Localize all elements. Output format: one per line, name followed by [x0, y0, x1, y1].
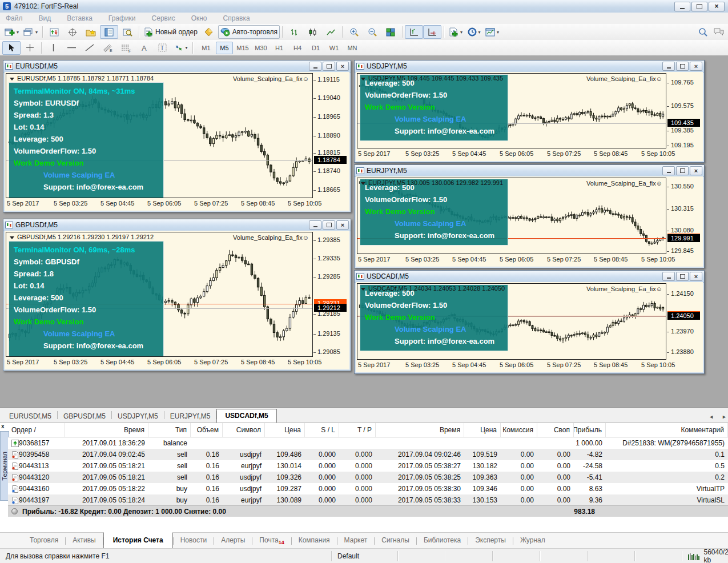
chart-maximize-button[interactable]	[676, 166, 689, 175]
menu-item-5[interactable]: Окно	[191, 14, 207, 22]
arrows-tool-button[interactable]: ▾	[172, 41, 190, 55]
ohlc-dropdown-icon[interactable]	[361, 182, 365, 185]
column-header-7[interactable]: T / P	[339, 423, 376, 437]
timeframe-button-w1[interactable]: W1	[325, 42, 343, 54]
chart-maximize-button[interactable]	[323, 62, 335, 71]
column-header-1[interactable]: Время	[65, 423, 148, 437]
terminal-tab-0[interactable]: Торговля	[23, 533, 65, 548]
history-row[interactable]: 904431972017.09.05 05:18:24buy0.16eurjpy…	[8, 494, 728, 506]
chart-window-titlebar[interactable]: EURUSDf,M5×	[3, 61, 351, 73]
autotrade-button[interactable]: Авто-торговля	[218, 25, 280, 39]
chart-maximize-button[interactable]	[323, 220, 335, 230]
terminal-tab-4[interactable]: Алерты	[214, 533, 252, 548]
chart-minimize-button[interactable]	[309, 62, 321, 71]
chart-tab-eurusdf-m5[interactable]: EURUSDf,M5	[3, 410, 57, 423]
chart-tab-usdjpyf-m5[interactable]: USDJPYf,M5	[112, 410, 164, 423]
column-header-13[interactable]: Комментарий	[606, 423, 728, 437]
chart-minimize-button[interactable]	[662, 166, 675, 175]
terminal-tab-2[interactable]: История Счета	[103, 532, 173, 549]
column-header-2[interactable]: Тип	[148, 423, 191, 437]
chart-shift-button[interactable]	[405, 25, 423, 39]
ohlc-dropdown-icon[interactable]	[361, 78, 365, 81]
timeframe-button-mn[interactable]: MN	[344, 42, 361, 54]
history-row[interactable]: 903681572017.09.01 18:36:29balance1 000.…	[8, 437, 728, 449]
chart-window-titlebar[interactable]: USDCADf,M5×	[355, 271, 704, 283]
tile-windows-button[interactable]	[381, 25, 400, 39]
ohlc-dropdown-icon[interactable]	[10, 236, 14, 239]
chart-tab-usdcadf-m5[interactable]: USDCADf,M5	[216, 409, 276, 423]
column-header-0[interactable]: Ордер /	[8, 423, 65, 437]
chart-minimize-button[interactable]	[662, 272, 675, 281]
data-window-button[interactable]	[63, 25, 82, 39]
column-header-4[interactable]: Символ	[223, 423, 265, 437]
terminal-tab-10[interactable]: Эксперты	[468, 533, 513, 548]
column-header-10[interactable]: Комиссия	[501, 423, 537, 437]
menu-item-1[interactable]: Вид	[39, 14, 51, 22]
navigator-button[interactable]	[82, 25, 100, 39]
zoom-out-button[interactable]	[363, 25, 381, 39]
chart-plot[interactable]: Leverage: 500VolumeOrderFlow: 1.50Work D…	[357, 178, 666, 254]
terminal-tab-1[interactable]: Активы	[66, 533, 103, 548]
periods-button[interactable]: ▾	[465, 25, 483, 39]
chart-close-button[interactable]: ×	[690, 166, 702, 175]
ohlc-dropdown-icon[interactable]	[10, 78, 14, 81]
column-header-6[interactable]: S / L	[305, 423, 339, 437]
candle-chart-button[interactable]	[303, 25, 321, 39]
terminal-close-icon[interactable]: x	[1, 423, 5, 430]
chart-plot[interactable]: TerminalMonitor ON, 69ms, ~28msSymbol: G…	[6, 232, 313, 357]
bar-chart-button[interactable]	[285, 25, 303, 39]
status-profile[interactable]: Default	[337, 552, 359, 560]
chart-close-button[interactable]: ×	[336, 220, 349, 230]
templates-button[interactable]: ▾	[483, 25, 501, 39]
new-order-button[interactable]: Новый ордер	[142, 25, 200, 39]
hline-tool-button[interactable]	[62, 41, 81, 55]
autoscroll-button[interactable]	[423, 25, 441, 39]
profiles-button[interactable]: ▾	[21, 25, 40, 39]
vline-tool-button[interactable]	[44, 41, 62, 55]
menu-item-6[interactable]: Справка	[223, 14, 250, 22]
timeframe-button-h1[interactable]: H1	[271, 42, 288, 54]
chat-icon[interactable]	[713, 27, 725, 37]
history-row[interactable]: 904431602017.09.05 05:18:22buy0.16usdjpy…	[8, 483, 728, 494]
terminal-tab-3[interactable]: Новости	[174, 533, 214, 548]
terminal-tab-8[interactable]: Сигналы	[375, 533, 416, 548]
history-row[interactable]: 903954582017.09.04 09:02:45sell0.16usdjp…	[8, 449, 728, 460]
window-titlebar[interactable]: 5 479102: FortFS-Real ×	[0, 0, 728, 13]
chart-tab-eurjpyf-m5[interactable]: EURJPYf,M5	[164, 410, 216, 423]
chart-tabs-scroll-left-icon[interactable]: ◄	[709, 414, 714, 420]
text-tool-button[interactable]: A	[135, 41, 154, 55]
column-header-9[interactable]: Цена	[464, 423, 501, 437]
chart-close-button[interactable]: ×	[690, 272, 702, 281]
column-header-12[interactable]: Прибыль	[574, 423, 606, 437]
terminal-tab-9[interactable]: Библиотека	[417, 533, 468, 548]
history-row[interactable]: 904431202017.09.05 05:18:21sell0.16usdjp…	[8, 472, 728, 483]
metaeditor-button[interactable]	[200, 25, 218, 39]
timeframe-button-h4[interactable]: H4	[289, 42, 306, 54]
chart-minimize-button[interactable]	[309, 220, 321, 230]
chart-minimize-button[interactable]	[662, 62, 675, 71]
chart-tab-gbpusdf-m5[interactable]: GBPUSDf,M5	[58, 410, 111, 423]
timeframe-button-m5[interactable]: M5	[216, 42, 233, 54]
window-maximize-button[interactable]	[691, 2, 707, 11]
chart-window-titlebar[interactable]: EURJPYf,M5×	[355, 165, 704, 177]
window-close-button[interactable]: ×	[709, 2, 725, 11]
chart-maximize-button[interactable]	[676, 272, 689, 281]
ohlc-dropdown-icon[interactable]	[361, 288, 365, 291]
cursor-tool-button[interactable]	[2, 41, 21, 55]
market-watch-button[interactable]	[45, 25, 63, 39]
terminal-tab-11[interactable]: Журнал	[513, 533, 552, 548]
menu-item-3[interactable]: Графики	[108, 14, 136, 22]
search-icon[interactable]	[698, 27, 707, 37]
column-header-3[interactable]: Объем	[191, 423, 223, 437]
channel-tool-button[interactable]: E	[99, 41, 117, 55]
zoom-in-button[interactable]	[345, 25, 363, 39]
label-tool-button[interactable]: T	[154, 41, 172, 55]
timeframe-button-m30[interactable]: M30	[252, 42, 270, 54]
history-row[interactable]: 904431132017.09.05 05:18:21sell0.16eurjp…	[8, 460, 728, 472]
timeframe-button-m1[interactable]: M1	[198, 42, 215, 54]
chart-tabs-scroll-right-icon[interactable]: ►	[722, 414, 727, 420]
terminal-tab-7[interactable]: Маркет	[337, 533, 375, 548]
terminal-tab-6[interactable]: Компания	[292, 533, 337, 548]
menu-item-4[interactable]: Сервис	[152, 14, 175, 22]
chart-window-titlebar[interactable]: USDJPYf,M5×	[355, 61, 704, 73]
